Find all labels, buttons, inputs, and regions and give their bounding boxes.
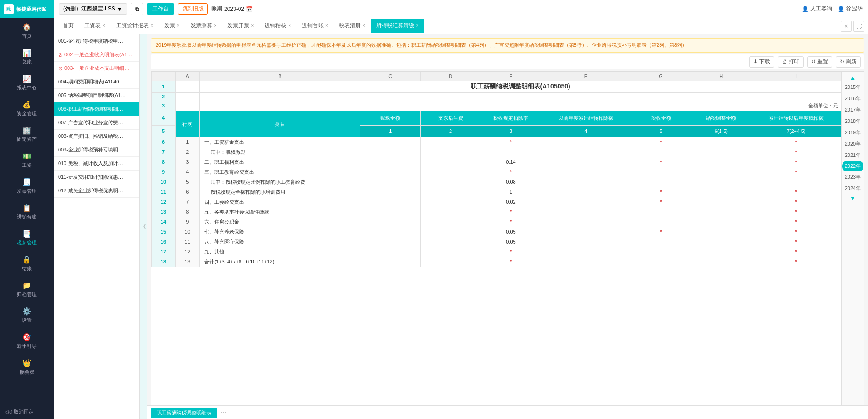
left-item-001[interactable]: 001-企业所得税年度纳税申…: [54, 34, 139, 48]
cell-e[interactable]: *: [481, 247, 541, 257]
cell-f[interactable]: [541, 247, 631, 257]
cancel-fixed-btn[interactable]: ◁◁ 取消固定: [0, 405, 54, 419]
left-item-011[interactable]: 011-研发费用加计扣除优惠…: [54, 171, 139, 184]
left-item-007[interactable]: 007-广告宣传和业务宣传费…: [54, 116, 139, 130]
left-item-009[interactable]: 009-企业所得税预补亏填明…: [54, 143, 139, 157]
tab-close-icon[interactable]: ×: [416, 23, 419, 28]
table-row[interactable]: 138五、各类基本社会保障性缴款**: [152, 207, 841, 217]
cell-g[interactable]: *: [631, 197, 691, 207]
cell-g[interactable]: *: [631, 187, 691, 197]
cell-h[interactable]: [691, 197, 751, 207]
table-row[interactable]: 116按税收规定全额扣除的职培训费用1**: [152, 187, 841, 197]
cell-d[interactable]: [421, 197, 481, 207]
cell-i[interactable]: *: [751, 157, 841, 167]
year-scroll-down-btn[interactable]: ▼: [848, 194, 858, 202]
cell-c[interactable]: [360, 217, 421, 227]
cell-i[interactable]: *: [751, 137, 841, 147]
cell-h[interactable]: [691, 167, 751, 177]
cell-g[interactable]: [631, 147, 691, 157]
cell-g[interactable]: [631, 207, 691, 217]
cell-h[interactable]: [691, 257, 751, 267]
tab-close-icon[interactable]: ×: [363, 23, 365, 28]
cell-g[interactable]: [631, 237, 691, 247]
cell-c[interactable]: [360, 207, 421, 217]
cell-i[interactable]: *: [751, 217, 841, 227]
sidebar-item-tax[interactable]: 📑 税务管理: [0, 225, 54, 251]
cell-f[interactable]: [541, 167, 631, 177]
cell-d[interactable]: [421, 157, 481, 167]
workbench-button[interactable]: 工作台: [147, 3, 174, 15]
left-item-008[interactable]: 008-资产折旧、摊销及纳税…: [54, 130, 139, 143]
year-2024[interactable]: 2024年: [843, 183, 863, 194]
tab-sales-ledger[interactable]: 进销台账 ×: [296, 19, 333, 33]
left-item-003[interactable]: ⊘ 003-一般企业成本支出明细…: [54, 62, 139, 75]
cell-e[interactable]: 0.02: [481, 197, 541, 207]
company-icon-btn[interactable]: ⧉: [131, 3, 143, 15]
cell-i[interactable]: *: [751, 207, 841, 217]
tab-close-all-btn[interactable]: ×: [841, 21, 852, 32]
cell-c[interactable]: [360, 197, 421, 207]
cell-i[interactable]: *: [751, 197, 841, 207]
cell-d[interactable]: [421, 177, 481, 187]
cell-g[interactable]: *: [631, 137, 691, 147]
year-2018[interactable]: 2018年: [843, 116, 863, 127]
cell-e[interactable]: 0.05: [481, 227, 541, 237]
cell-d[interactable]: [421, 257, 481, 267]
left-item-010[interactable]: 010-免税、减计收入及加计…: [54, 157, 139, 171]
cell-h[interactable]: [691, 187, 751, 197]
cell-c[interactable]: [360, 187, 421, 197]
cell-d[interactable]: [421, 227, 481, 237]
cell-e[interactable]: 0.08: [481, 177, 541, 187]
sidebar-item-ledger[interactable]: 📊 总账: [0, 44, 54, 70]
tab-close-icon[interactable]: ×: [103, 23, 105, 28]
tab-invoice-open[interactable]: 发票开票 ×: [222, 19, 259, 33]
table-row[interactable]: 149六、住房公积金**: [152, 217, 841, 227]
cell-f[interactable]: [541, 157, 631, 167]
tab-sales-check[interactable]: 进销稽核 ×: [259, 19, 296, 33]
year-2023[interactable]: 2023年: [843, 171, 863, 183]
year-scroll-up-btn[interactable]: ▲: [848, 73, 858, 82]
sidebar-item-salary[interactable]: 💵 工资: [0, 147, 54, 173]
cell-h[interactable]: [691, 227, 751, 237]
cell-f[interactable]: [541, 237, 631, 247]
tab-tax-book[interactable]: 税表清册 ×: [333, 19, 371, 33]
table-row[interactable]: 61一、工资薪金支出***: [152, 137, 841, 147]
reset-button[interactable]: ↺ 重置: [807, 56, 832, 68]
year-2016[interactable]: 2016年: [843, 93, 863, 104]
bottom-tab-dots[interactable]: ⋯: [221, 409, 226, 416]
left-item-012[interactable]: 012-减免企业所得税优惠明…: [54, 184, 139, 198]
sidebar-item-assets[interactable]: 🏢 固定资产: [0, 122, 54, 147]
cell-e[interactable]: *: [481, 167, 541, 177]
table-row[interactable]: 1813合计(1+3+4+7+8+9+10+11+12)**: [152, 257, 841, 267]
cell-h[interactable]: [691, 207, 751, 217]
cell-c[interactable]: [360, 167, 421, 177]
cell-f[interactable]: [541, 217, 631, 227]
year-2017[interactable]: 2017年: [843, 104, 863, 116]
sidebar-item-sales[interactable]: 📋 进销台账: [0, 199, 54, 225]
table-row[interactable]: 72其中：股权激励*: [152, 147, 841, 157]
cell-d[interactable]: [421, 217, 481, 227]
tab-close-icon[interactable]: ×: [288, 23, 291, 28]
cell-i[interactable]: *: [751, 237, 841, 247]
tab-close-icon[interactable]: ×: [151, 23, 153, 28]
cell-e[interactable]: *: [481, 217, 541, 227]
cell-d[interactable]: [421, 147, 481, 157]
tab-close-icon[interactable]: ×: [251, 23, 254, 28]
cell-g[interactable]: [631, 247, 691, 257]
cell-c[interactable]: [360, 177, 421, 187]
cell-f[interactable]: [541, 257, 631, 267]
table-row[interactable]: 1510七、补充养老保险0.05**: [152, 227, 841, 237]
sidebar-item-member[interactable]: 👑 畅会员: [0, 354, 54, 380]
cell-d[interactable]: [421, 207, 481, 217]
sidebar-item-invoice[interactable]: 🧾 发票管理: [0, 173, 54, 199]
left-item-005[interactable]: 005-纳税调整项目明细表(A1…: [54, 89, 139, 102]
cell-d[interactable]: [421, 167, 481, 177]
cell-d[interactable]: [421, 237, 481, 247]
year-2015[interactable]: 2015年: [843, 82, 863, 93]
cell-h[interactable]: [691, 217, 751, 227]
spreadsheet[interactable]: A B C D E F G H I: [151, 72, 841, 405]
cell-e[interactable]: *: [481, 137, 541, 147]
refresh-button[interactable]: ↻ 刷新: [836, 56, 861, 68]
table-row[interactable]: 83二、职工福利支出0.14**: [152, 157, 841, 167]
left-item-006[interactable]: 006-职工薪酬纳税调整明细…: [54, 102, 139, 116]
